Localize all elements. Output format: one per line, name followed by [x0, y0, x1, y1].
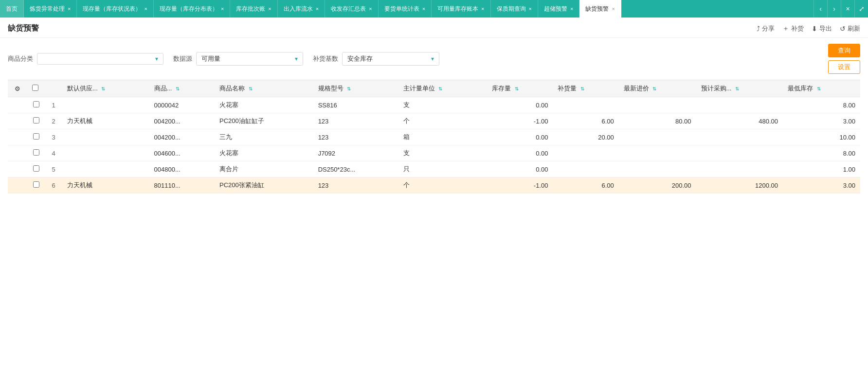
header-actions: ⤴ 分享 ＋ 补货 ⬇ 导出 ↺ 刷新 — [757, 24, 860, 33]
row-checkbox-cell[interactable] — [27, 177, 45, 194]
row-checkbox-2[interactable] — [33, 117, 39, 123]
row-min-stock-5: 1.00 — [783, 161, 860, 177]
table-row: 1 0000042 火花塞 SS816 支 0.00 8.00 — [8, 97, 860, 113]
row-stock-6: -1.00 — [487, 177, 553, 194]
latest-price-sort-icon: ⇅ — [652, 86, 656, 91]
table-row: 2 力天机械 004200... PC200油缸缸子 123 个 -1.00 6… — [8, 113, 860, 129]
table-body: 1 0000042 火花塞 SS816 支 0.00 8.00 2 力天机械 0… — [8, 97, 860, 194]
row-min-stock-1: 8.00 — [783, 97, 860, 113]
replenish-icon: ＋ — [782, 24, 789, 33]
filter-action-buttons: 查询 设置 — [828, 44, 860, 74]
tab-stock-status[interactable]: 现存量（库存状况表） × — [77, 0, 153, 18]
col-name[interactable]: 商品名称 ⇅ — [215, 80, 313, 97]
tab-close-abnormal[interactable]: × — [68, 6, 71, 12]
export-button[interactable]: ⬇ 导出 — [812, 24, 832, 33]
tab-close-available[interactable]: × — [481, 6, 484, 12]
tab-close-expiry[interactable]: × — [529, 6, 532, 12]
row-checkbox-cell[interactable] — [27, 161, 45, 177]
tab-close-shortage[interactable]: × — [612, 6, 615, 12]
row-replenish-4 — [553, 145, 618, 161]
replenish-select[interactable]: 安全库存 ▾ — [342, 52, 439, 66]
col-unit[interactable]: 主计量单位 ⇅ — [398, 80, 487, 97]
tab-close-stock-dist[interactable]: × — [221, 6, 224, 12]
tab-expiry[interactable]: 保质期查询 × — [491, 0, 538, 18]
row-unit-4: 支 — [398, 145, 487, 161]
table-container: ⚙ 默认供应... ⇅ 商品... ⇅ — [0, 80, 868, 194]
replenish-label: 补货基数 — [313, 54, 338, 63]
row-est-purchase-5 — [696, 161, 783, 177]
row-checkbox-5[interactable] — [33, 165, 39, 172]
tab-nav-buttons: ‹ › × ⤢ — [814, 0, 868, 18]
datasource-label: 数据源 — [173, 54, 192, 63]
unit-sort-icon: ⇅ — [438, 86, 442, 91]
select-all-checkbox[interactable] — [32, 85, 38, 91]
settings-button[interactable]: 设置 — [828, 60, 860, 74]
gear-icon[interactable]: ⚙ — [15, 85, 20, 92]
row-gear-cell — [8, 177, 27, 194]
tab-available[interactable]: 可用量库存账本 × — [432, 0, 490, 18]
row-spec-2: 123 — [313, 113, 398, 129]
category-select[interactable]: ▾ — [37, 53, 163, 65]
tab-close-demand[interactable]: × — [422, 6, 425, 12]
col-stock[interactable]: 库存量 ⇅ — [487, 80, 553, 97]
col-code[interactable]: 商品... ⇅ — [149, 80, 215, 97]
tab-demand[interactable]: 要货单统计表 × — [379, 0, 432, 18]
row-replenish-5 — [553, 161, 618, 177]
tab-stock-dist[interactable]: 现存量（库存分布表） × — [154, 0, 230, 18]
row-checkbox-cell[interactable] — [27, 97, 45, 113]
row-checkbox-4[interactable] — [33, 149, 39, 156]
min-stock-sort-icon: ⇅ — [817, 86, 821, 91]
refresh-icon: ↺ — [840, 25, 846, 33]
tab-close-stock-status[interactable]: × — [144, 6, 147, 12]
supplier-sort-icon: ⇅ — [101, 86, 105, 91]
row-name-1: 火花塞 — [215, 97, 313, 113]
window-close-btn[interactable]: × — [841, 0, 854, 18]
row-est-purchase-2: 480.00 — [696, 113, 783, 129]
query-button[interactable]: 查询 — [828, 44, 860, 57]
tab-batch[interactable]: 库存批次账 × — [230, 0, 277, 18]
replenish-button[interactable]: ＋ 补货 — [782, 24, 804, 33]
tab-overstock[interactable]: 超储预警 × — [538, 0, 579, 18]
tab-scroll-right[interactable]: › — [827, 0, 841, 18]
tab-scroll-left[interactable]: ‹ — [814, 0, 827, 18]
row-gear-cell — [8, 129, 27, 145]
row-checkbox-6[interactable] — [33, 181, 39, 188]
tab-close-inout[interactable]: × — [316, 6, 319, 12]
row-gear-cell — [8, 113, 27, 129]
col-latest-price[interactable]: 最新进价 ⇅ — [619, 80, 696, 97]
category-chevron-icon: ▾ — [155, 55, 158, 62]
window-max-btn[interactable]: ⤢ — [854, 0, 868, 18]
tab-close-overstock[interactable]: × — [570, 6, 573, 12]
refresh-button[interactable]: ↺ 刷新 — [840, 24, 860, 33]
tab-shortage[interactable]: 缺货预警 × — [579, 0, 621, 18]
share-button[interactable]: ⤴ 分享 — [757, 24, 775, 33]
category-filter-group: 商品分类 ▾ — [8, 53, 163, 65]
col-supplier[interactable]: 默认供应... ⇅ — [62, 80, 149, 97]
row-spec-4: J7092 — [313, 145, 398, 161]
col-replenish[interactable]: 补货量 ⇅ — [553, 80, 618, 97]
col-spec[interactable]: 规格型号 ⇅ — [313, 80, 398, 97]
row-num-3: 3 — [45, 129, 62, 145]
row-checkbox-1[interactable] — [33, 101, 39, 107]
tab-home[interactable]: 首页 — [0, 0, 24, 18]
row-stock-5: 0.00 — [487, 161, 553, 177]
row-min-stock-3: 10.00 — [783, 129, 860, 145]
row-checkbox-cell[interactable] — [27, 145, 45, 161]
row-stock-4: 0.00 — [487, 145, 553, 161]
row-checkbox-cell[interactable] — [27, 113, 45, 129]
datasource-select[interactable]: 可用量 ▾ — [196, 52, 303, 66]
tab-inout[interactable]: 出入库流水 × — [278, 0, 325, 18]
row-code-4: 004600... — [149, 145, 215, 161]
tab-summary[interactable]: 收发存汇总表 × — [325, 0, 378, 18]
row-supplier-6: 力天机械 — [62, 177, 149, 194]
tab-close-summary[interactable]: × — [369, 6, 372, 12]
col-est-purchase[interactable]: 预计采购... ⇅ — [696, 80, 783, 97]
col-min-stock[interactable]: 最低库存 ⇅ — [783, 80, 860, 97]
row-num-6: 6 — [45, 177, 62, 194]
export-icon: ⬇ — [812, 25, 817, 33]
row-stock-1: 0.00 — [487, 97, 553, 113]
row-checkbox-3[interactable] — [33, 133, 39, 140]
tab-close-batch[interactable]: × — [268, 6, 271, 12]
tab-abnormal[interactable]: 炼货异常处理 × — [24, 0, 77, 18]
row-checkbox-cell[interactable] — [27, 129, 45, 145]
